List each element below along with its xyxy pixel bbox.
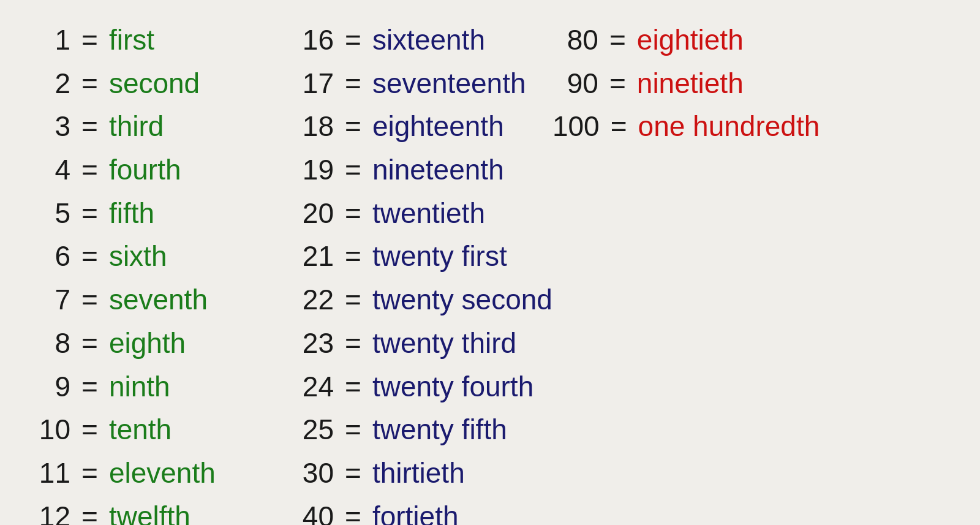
equals-sign: = <box>345 20 361 61</box>
table-row: 3=third <box>24 105 288 148</box>
ordinal-number: 20 <box>288 193 334 234</box>
ordinal-word: seventh <box>109 279 208 320</box>
equals-sign: = <box>345 106 361 147</box>
ordinal-word: seventeenth <box>372 63 526 104</box>
table-row: 10=tenth <box>24 408 288 451</box>
table-row: 20=twentieth <box>288 192 552 235</box>
table-row: 100=one hundredth <box>552 105 820 148</box>
ordinal-word: one hundredth <box>638 106 820 147</box>
ordinal-word: twenty third <box>372 323 516 364</box>
equals-sign: = <box>345 236 361 277</box>
table-row: 18=eighteenth <box>288 105 552 148</box>
equals-sign: = <box>345 323 361 364</box>
ordinal-number: 11 <box>24 453 70 494</box>
table-row: 23=twenty third <box>288 322 552 365</box>
table-row: 25=twenty fifth <box>288 408 552 451</box>
ordinal-number: 100 <box>552 106 600 147</box>
equals-sign: = <box>345 366 361 407</box>
ordinal-word: twentieth <box>372 193 485 234</box>
ordinal-word: nineteenth <box>372 149 504 191</box>
ordinal-number: 9 <box>24 366 70 407</box>
equals-sign: = <box>345 193 361 234</box>
equals-sign: = <box>81 453 98 494</box>
equals-sign: = <box>81 366 98 407</box>
column-col2: 16=sixteenth17=seventeenth18=eighteenth1… <box>288 18 552 525</box>
ordinal-word: fifth <box>109 193 154 234</box>
ordinal-number: 16 <box>288 20 334 61</box>
equals-sign: = <box>609 20 626 61</box>
ordinal-number: 19 <box>288 149 334 191</box>
table-row: 16=sixteenth <box>288 18 552 62</box>
ordinal-number: 18 <box>288 106 334 147</box>
ordinal-number: 80 <box>552 20 598 61</box>
equals-sign: = <box>609 63 626 104</box>
ordinal-word: twenty fourth <box>372 366 533 407</box>
table-row: 1=first <box>24 18 288 62</box>
equals-sign: = <box>81 149 98 191</box>
ordinal-number: 7 <box>24 279 70 320</box>
equals-sign: = <box>81 236 98 277</box>
ordinal-word: sixth <box>109 236 167 277</box>
ordinal-word: twenty second <box>372 279 552 320</box>
ordinal-number: 10 <box>24 409 70 450</box>
ordinal-word: ninetieth <box>637 63 744 104</box>
equals-sign: = <box>81 323 98 364</box>
ordinal-number: 8 <box>24 323 70 364</box>
table-row: 17=seventeenth <box>288 62 552 105</box>
equals-sign: = <box>81 193 98 234</box>
ordinal-word: eightieth <box>637 20 744 61</box>
column-col1: 1=first2=second3=third4=fourth5=fifth6=s… <box>24 18 288 525</box>
table-row: 30=thirtieth <box>288 451 552 495</box>
equals-sign: = <box>81 279 98 320</box>
equals-sign: = <box>345 279 361 320</box>
table-row: 11=eleventh <box>24 451 288 495</box>
ordinal-number: 17 <box>288 63 334 104</box>
table-row: 7=seventh <box>24 278 288 322</box>
table-row: 40=fortieth <box>288 495 552 525</box>
ordinal-number: 90 <box>552 63 598 104</box>
table-row: 6=sixth <box>24 235 288 278</box>
equals-sign: = <box>81 63 98 104</box>
ordinal-number: 30 <box>288 453 334 494</box>
table-row: 22=twenty second <box>288 278 552 322</box>
equals-sign: = <box>81 409 98 450</box>
ordinal-word: eighteenth <box>372 106 504 147</box>
equals-sign: = <box>345 453 361 494</box>
equals-sign: = <box>345 149 361 191</box>
ordinal-number: 23 <box>288 323 334 364</box>
table-row: 90=ninetieth <box>552 62 820 105</box>
ordinal-number: 3 <box>24 106 70 147</box>
equals-sign: = <box>81 20 98 61</box>
ordinal-number: 25 <box>288 409 334 450</box>
equals-sign: = <box>345 496 361 525</box>
ordinal-word: ninth <box>109 366 170 407</box>
table-row: 19=nineteenth <box>288 148 552 192</box>
table-row: 9=ninth <box>24 365 288 409</box>
ordinal-word: first <box>109 20 154 61</box>
ordinal-word: fortieth <box>372 496 459 525</box>
equals-sign: = <box>81 496 98 525</box>
ordinal-word: eleventh <box>109 453 216 494</box>
equals-sign: = <box>345 63 361 104</box>
table-row: 8=eighth <box>24 322 288 365</box>
table-row: 5=fifth <box>24 192 288 235</box>
ordinal-word: twelfth <box>109 496 190 525</box>
ordinals-table: 1=first2=second3=third4=fourth5=fifth6=s… <box>24 18 956 525</box>
ordinal-word: thirtieth <box>372 453 465 494</box>
ordinal-word: tenth <box>109 409 172 450</box>
ordinal-number: 2 <box>24 63 70 104</box>
ordinal-word: sixteenth <box>372 20 485 61</box>
ordinal-number: 5 <box>24 193 70 234</box>
ordinal-number: 1 <box>24 20 70 61</box>
ordinal-number: 4 <box>24 149 70 191</box>
ordinal-word: twenty first <box>372 236 507 277</box>
table-row: 21=twenty first <box>288 235 552 278</box>
ordinal-word: eighth <box>109 323 186 364</box>
table-row: 80=eightieth <box>552 18 820 62</box>
equals-sign: = <box>345 409 361 450</box>
ordinal-number: 21 <box>288 236 334 277</box>
ordinal-word: third <box>109 106 164 147</box>
table-row: 2=second <box>24 62 288 105</box>
ordinal-number: 24 <box>288 366 334 407</box>
ordinal-number: 6 <box>24 236 70 277</box>
